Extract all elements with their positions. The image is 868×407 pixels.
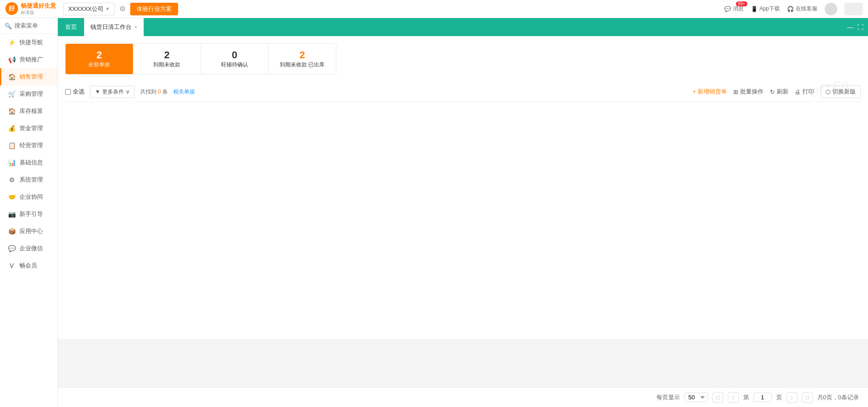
next-page-btn[interactable]: ⟩ [787,392,797,403]
sidebar-label-inventory: 库存核算 [19,107,43,115]
app-download-icon: 📱 [751,6,758,12]
sidebar-item-guide[interactable]: 📷 新手引导 [0,206,57,223]
batch-btn[interactable]: ⊞ 批量操作 [733,88,764,96]
sidebar-item-inventory[interactable]: 🏠 库存核算 [0,103,57,120]
sidebar-item-operation[interactable]: 📋 经营管理 [0,137,57,154]
search-label: 搜索菜单 [14,22,38,30]
sidebar-label-enterprise: 企业协同 [19,193,43,201]
sidebar-label-marketing: 营销推广 [19,56,43,64]
select-all-label: 全选 [73,88,85,96]
stats-tab-out[interactable]: 2 到期未收款 已出库 [269,44,336,74]
pagination: 每页显示 50 100 200 ⟨⟨ ⟨ 第 页 ⟩ ⟩⟩ 共0页，0条记录 [58,387,868,407]
sidebar-item-system[interactable]: ⚙ 系统管理 [0,171,57,188]
found-suffix: 条 [162,89,168,95]
tab-active-label: 钱货日清工作台 [90,23,132,31]
search-menu[interactable]: 🔍 搜索菜单 [0,18,57,34]
filter-button[interactable]: ▼ 更多条件 ∨ [90,86,135,98]
refresh-btn[interactable]: ↻ 刷新 [770,88,788,96]
tab-active[interactable]: 钱货日清工作台 × [84,18,144,36]
sidebar-item-quick-nav[interactable]: ⚡ 快捷导航 [0,34,57,51]
page-label: 第 [743,393,749,402]
expand-icon[interactable]: ⛶ [857,23,863,31]
stats-label-all: 全部单据 [73,61,126,69]
company-name: XXXXXX公司 [68,5,104,13]
sidebar-item-marketing[interactable]: 📢 营销推广 [0,51,57,68]
empty-area [65,106,861,332]
tab-bar: 首页 钱货日清工作台 × — ⛶ [58,18,868,36]
sidebar-icon-basic: 📊 [8,159,16,167]
minimize-icon[interactable]: — [847,23,854,31]
sidebar-icon-inventory: 🏠 [8,107,16,115]
message-badge: 99+ [736,1,747,6]
switch-version-btn[interactable]: ⬡ 切换新版 [821,85,861,98]
online-service-item[interactable]: 🎧 在线客服 [787,5,817,13]
sidebar-item-member[interactable]: V 畅会员 [0,257,57,274]
stats-tab-pending[interactable]: 0 旺辅待确认 [201,44,269,74]
print-btn[interactable]: 🖨 打印 [795,88,814,96]
headset-icon: 🎧 [787,6,794,12]
stats-num-all: 2 [73,49,126,61]
stats-label-overdue: 到期未收款 [141,61,193,69]
search-icon: 🔍 [5,23,12,29]
tab-bar-right: — ⛶ [847,23,868,31]
stats-num-pending: 0 [208,49,261,61]
total-label: 共0页，0条记录 [817,393,859,402]
app-download-item[interactable]: 📱 App下载 [751,5,780,13]
batch-icon: ⊞ [733,89,738,95]
add-order-btn[interactable]: + 新增销货单 [693,88,727,96]
page-input[interactable] [754,393,772,402]
tab-home[interactable]: 首页 [58,18,84,36]
sidebar-icon-guide: 📷 [8,210,16,218]
select-all-checkbox[interactable]: 全选 [65,88,85,96]
sidebar-item-capital[interactable]: 💰 资金管理 [0,120,57,137]
app-version: 标准版 [21,9,56,15]
chevron-down-icon: ▼ [105,6,110,11]
sidebar-item-enterprise[interactable]: 🤝 企业协同 [0,188,57,206]
page-suffix: 页 [776,393,782,402]
prev-page-btn[interactable]: ⟨ [728,392,739,403]
sidebar-item-sales[interactable]: 🏠 销售管理 [0,68,57,85]
company-selector[interactable]: XXXXXX公司 ▼ [63,3,115,15]
sidebar-label-basic: 基础信息 [19,159,43,167]
user-menu[interactable] [844,3,863,15]
tab-close-icon[interactable]: × [134,24,137,30]
message-icon: 💬 [724,6,731,12]
sidebar-item-purchase[interactable]: 🛒 采购管理 [0,85,57,103]
switch-icon: ⬡ [826,89,830,95]
filter-label: 更多条件 [102,88,124,96]
experience-btn[interactable]: 体验行业方案 [130,3,178,15]
message-item[interactable]: 💬 消息 99+ [724,5,744,13]
checkbox-input[interactable] [65,89,71,95]
last-page-btn[interactable]: ⟩⟩ [802,392,813,403]
first-page-btn[interactable]: ⟨⟨ [712,392,723,403]
stats-tab-all[interactable]: 2 全部单据 [66,44,133,74]
main-content: 2 全部单据 2 到期未收款 0 旺辅待确认 2 到期未收款 已出库 全选 [58,36,868,407]
sidebar-icon-wechat: 💬 [8,244,16,253]
sidebar-item-basic[interactable]: 📊 基础信息 [0,154,57,171]
avatar[interactable] [825,3,837,15]
found-prefix: 共找到 [140,89,156,95]
related-link[interactable]: 相关单据 [173,88,195,96]
stats-tab-overdue[interactable]: 2 到期未收款 [133,44,201,74]
sidebar-icon-system: ⚙ [8,176,16,184]
sidebar-icon-member: V [8,262,16,270]
sidebar-item-wechat[interactable]: 💬 企业微信 [0,240,57,257]
sidebar-label-capital: 资金管理 [19,124,43,132]
stats-num-overdue: 2 [141,49,193,61]
batch-label: 批量操作 [740,88,764,96]
per-page-select[interactable]: 50 100 200 [684,393,708,402]
sidebar-icon-sales: 🏠 [8,73,16,81]
stats-label-out: 到期未收款 已出库 [276,61,329,69]
sidebar-label-guide: 新手引导 [19,210,43,218]
sidebar-label-member: 畅会员 [19,262,37,270]
toolbar: 全选 ▼ 更多条件 ∨ 共找到 0 条 相关单据 + 新增销货单 ⊞ 批量操作 [65,82,861,102]
switch-label: 切换新版 [832,88,856,96]
sidebar-label-wechat: 企业微信 [19,244,43,253]
settings-icon[interactable]: ⚙ [119,5,126,13]
sidebar-label-operation: 经营管理 [19,141,43,150]
filter-icon: ▼ [95,89,100,95]
sidebar-icon-marketing: 📢 [8,56,16,64]
sidebar-label-purchase: 采购管理 [19,90,43,98]
stats-tabs: 2 全部单据 2 到期未收款 0 旺辅待确认 2 到期未收款 已出库 [65,43,336,75]
sidebar-item-appcenter[interactable]: 📦 应用中心 [0,223,57,240]
